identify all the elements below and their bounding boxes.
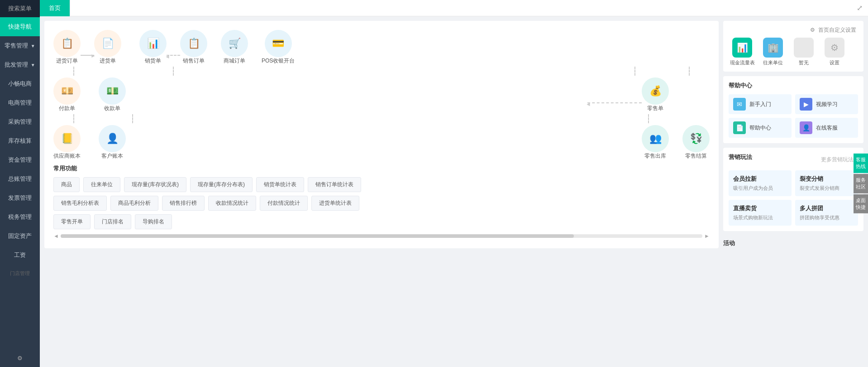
quick-icons-row: 📊 现金流量表 🏢 往来单位 暂无 ⚙ 设置	[729, 38, 858, 66]
empty-label: 暂无	[799, 59, 809, 66]
sidebar-item-inventory[interactable]: 库存核算	[0, 131, 40, 150]
marketing-item-group[interactable]: 多人拼团 拼团购物享受优惠	[795, 200, 858, 226]
node-receipt[interactable]: 💵 收款单	[99, 77, 126, 112]
func-btn-stock2[interactable]: 现存量(库存分布表)	[190, 177, 253, 192]
func-btn-stock1[interactable]: 现存量(库存状况表)	[124, 177, 186, 192]
node-mall-order[interactable]: 🛒 商城订单	[221, 30, 248, 65]
scroll-track[interactable]	[61, 234, 702, 238]
sidebar: 搜索菜单 快捷导航 零售管理 ▼ 批发管理 ▼ 小畅电商 电商管理 采购管理 库…	[0, 0, 40, 367]
node-customer-book[interactable]: 👤 客户账本	[99, 125, 126, 160]
sales-order-icon: 📋	[180, 30, 207, 57]
func-btn-goods[interactable]: 商品	[53, 177, 80, 192]
func-btn-gross2[interactable]: 商品毛利分析	[110, 196, 158, 211]
marketing-grid: 会员拉新 吸引用户成为会员 裂变分销 裂变式发展分销商 直播卖货 场景式购物新玩…	[729, 170, 858, 226]
func-btn-gross1[interactable]: 销售毛利分析表	[53, 196, 107, 211]
sidebar-item-assets[interactable]: 固定资产	[0, 227, 40, 246]
help-item-help[interactable]: 📄 帮助中心	[729, 118, 792, 138]
quick-icon-cashflow[interactable]: 📊 现金流量表	[729, 38, 756, 66]
func-row3: 零售开单 门店排名 导购排名	[53, 214, 710, 229]
node-retail-outbound[interactable]: 👥 零售出库	[642, 125, 669, 160]
func-btn-partner[interactable]: 往来单位	[83, 177, 120, 192]
help-item-service[interactable]: 👤 在线客服	[795, 118, 858, 138]
common-functions: 常用功能 商品 往来单位 现存量(库存状况表) 现存量(库存分布表) 销货单统计…	[53, 164, 710, 229]
func-btn-payment-stat[interactable]: 付款情况统计	[260, 196, 308, 211]
pos-icon: 💳	[265, 30, 292, 57]
settings-icon: ⚙	[825, 38, 844, 58]
sidebar-item-wage[interactable]: 工资	[0, 246, 40, 265]
sidebar-item-tax[interactable]: 税务管理	[0, 208, 40, 227]
marketing-item-fission[interactable]: 裂变分销 裂变式发展分销商	[795, 170, 858, 196]
common-functions-title: 常用功能	[53, 164, 710, 173]
quick-icon-settings[interactable]: ⚙ 设置	[821, 38, 848, 66]
sales-order-label: 销售订单	[183, 57, 205, 65]
sidebar-item-retail[interactable]: 零售管理 ▼	[0, 36, 40, 55]
video-label: 视频学习	[816, 101, 838, 108]
receipt-icon: 💵	[99, 77, 126, 105]
marketing-title: 营销玩法	[729, 153, 752, 161]
func-btn-retail-order[interactable]: 零售开单	[53, 214, 91, 229]
fission-desc: 裂变式发展分销商	[800, 185, 854, 192]
sidebar-item-purchase[interactable]: 采购管理	[0, 112, 40, 131]
func-row2: 销售毛利分析表 商品毛利分析 销售排行榜 收款情况统计 付款情况统计 进货单统计…	[53, 196, 710, 211]
service-label: 在线客服	[816, 124, 838, 132]
sidebar-item-ledger[interactable]: 总账管理	[0, 169, 40, 188]
retail-outbound-label: 零售出库	[644, 152, 666, 160]
marketing-item-live[interactable]: 直播卖货 场景式购物新玩法	[729, 200, 792, 226]
sidebar-item-invoice[interactable]: 发票管理	[0, 188, 40, 208]
func-btn-receipt-stat[interactable]: 收款情况统计	[208, 196, 256, 211]
sidebar-settings[interactable]: ⚙	[0, 349, 40, 367]
node-sales-order[interactable]: 📋 销售订单	[180, 30, 207, 65]
flow-card: 📋 进货订单 ► 📄 进货单	[44, 21, 719, 248]
node-supplier-book[interactable]: 📒 供应商账本	[53, 125, 81, 160]
help-label-text: 帮助中心	[749, 124, 771, 132]
sidebar-search[interactable]: 搜索菜单	[0, 0, 40, 17]
func-btn-order-stat[interactable]: 销售订单统计表	[308, 177, 361, 192]
sidebar-item-ecom1[interactable]: 小畅电商	[0, 74, 40, 93]
scroll-right[interactable]: ►	[704, 233, 710, 239]
sidebar-item-nav[interactable]: 快捷导航	[0, 17, 40, 36]
group-title: 多人拼团	[800, 204, 854, 212]
payment-label: 付款单	[59, 105, 75, 112]
func-btn-store-rank[interactable]: 门店排名	[94, 214, 131, 229]
more-marketing-link[interactable]: 更多营销玩法 >	[821, 156, 858, 164]
node-payment[interactable]: 💴 付款单	[53, 77, 81, 112]
purchase-order-icon: 📋	[53, 30, 81, 57]
marketing-item-member[interactable]: 会员拉新 吸引用户成为会员	[729, 170, 792, 196]
node-retail[interactable]: 💰 零售单	[642, 77, 669, 112]
customize-link[interactable]: ⚙ 首页自定义设置	[729, 26, 858, 34]
float-btn-service[interactable]: 客服热线	[854, 154, 868, 173]
sidebar-item-finance[interactable]: 资金管理	[0, 150, 40, 169]
live-desc: 场景式购物新玩法	[733, 214, 787, 221]
func-btn-guide-rank[interactable]: 导购排名	[135, 214, 172, 229]
retail-settle-icon: 💱	[682, 125, 710, 152]
video-icon: ▶	[800, 98, 812, 111]
main-area: 首页 ⤢ 📋 进货订单 ►	[40, 0, 868, 367]
expand-icon[interactable]: ⤢	[851, 4, 868, 12]
node-pos[interactable]: 💳 POS收银开台	[262, 30, 295, 65]
float-btn-desktop[interactable]: 桌面快捷	[854, 194, 868, 213]
mall-order-label: 商城订单	[224, 57, 245, 65]
quick-icon-empty[interactable]: 暂无	[790, 38, 817, 66]
sidebar-item-wholesale[interactable]: 批发管理 ▼	[0, 55, 40, 74]
purchase-icon: 📄	[94, 30, 121, 57]
quick-icon-partner[interactable]: 🏢 往来单位	[759, 38, 787, 66]
scroll-left[interactable]: ◄	[53, 233, 59, 239]
settings-label: 设置	[830, 59, 839, 66]
node-purchase-order[interactable]: 📋 进货订单	[53, 30, 81, 65]
func-btn-purchase-stat[interactable]: 进货单统计表	[311, 196, 359, 211]
receipt-label: 收款单	[104, 105, 120, 112]
retail-settle-label: 零售结算	[685, 152, 707, 160]
sales-icon: 📊	[139, 30, 167, 57]
tab-home[interactable]: 首页	[40, 0, 70, 16]
float-btn-community[interactable]: 服务社区	[854, 174, 868, 193]
help-item-newbie[interactable]: ✉ 新手入门	[729, 94, 792, 114]
partner-label: 往来单位	[763, 59, 783, 66]
node-sales[interactable]: 📊 销货单	[139, 30, 167, 65]
sidebar-item-ecom2[interactable]: 电商管理	[0, 93, 40, 112]
node-retail-settle[interactable]: 💱 零售结算	[682, 125, 710, 160]
func-btn-rank[interactable]: 销售排行榜	[162, 196, 205, 211]
sidebar-item-store[interactable]: 门店管理	[0, 265, 40, 282]
node-purchase[interactable]: 📄 进货单	[94, 30, 121, 65]
help-item-video[interactable]: ▶ 视频学习	[795, 94, 858, 114]
func-btn-sales-stat[interactable]: 销货单统计表	[256, 177, 304, 192]
